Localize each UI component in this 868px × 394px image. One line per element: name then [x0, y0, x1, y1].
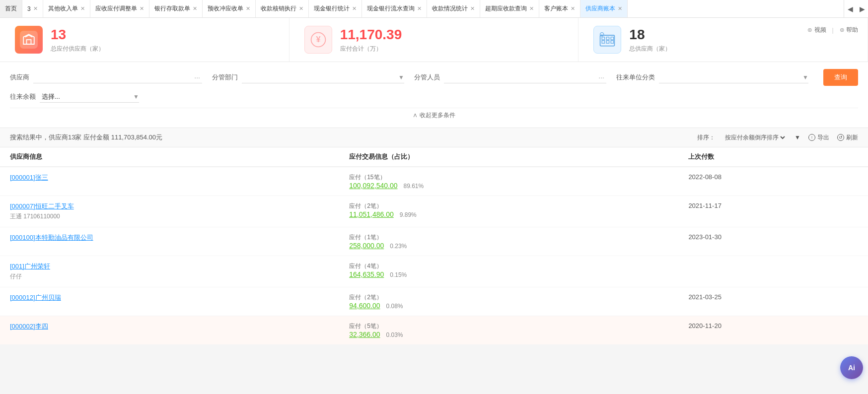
nav-ar-ap-adjust[interactable]: 应收应付调整单 ✕	[90, 0, 149, 17]
close-other-income[interactable]: ✕	[80, 6, 85, 11]
table-row: [000012]广州贝瑞应付（2笔）94,600.000.08%2021-03-…	[0, 287, 868, 316]
stat-icon-amount: ¥	[304, 26, 332, 54]
category-select[interactable]	[659, 71, 802, 83]
total-payable-suppliers-label: 总应付供应商（家）	[51, 45, 104, 53]
balance-select[interactable]: 选择...	[40, 91, 133, 102]
table-rows: [000001]张三应付（15笔）100,092,540.0089.61%202…	[0, 167, 868, 345]
tx-amount[interactable]: 11,051,486.00	[349, 210, 394, 218]
nav-arrows: ◀ ▶	[844, 0, 868, 17]
nav-supplier-ledger[interactable]: 供应商账本 ✕	[580, 0, 628, 17]
table-row: [000007]恒旺二手叉车王通 17106110000应付（2笔）11,051…	[0, 196, 868, 227]
tx-amount[interactable]: 100,092,540.00	[349, 182, 397, 190]
stat-payable-amount: ¥ 11,170.39 应付合计（万）	[289, 18, 579, 62]
help-link[interactable]: ⊙ 帮助	[840, 26, 858, 34]
supplier-input[interactable]	[33, 71, 192, 83]
nav-bank-deposit[interactable]: 银行存取款单 ✕	[149, 0, 203, 17]
nav-tab3[interactable]: 3 ✕	[22, 0, 43, 17]
refresh-button[interactable]: ↺ 刷新	[837, 133, 858, 142]
tx-label: 应付（4笔）	[349, 262, 688, 270]
balance-select-wrapper: 选择... ▼	[40, 91, 139, 103]
close-prepay-charge[interactable]: ✕	[246, 6, 250, 11]
tx-label: 应付（15笔）	[349, 173, 688, 182]
query-button[interactable]: 查询	[823, 69, 858, 86]
supplier-link[interactable]: [000012]广州贝瑞	[10, 294, 61, 301]
close-customer-ledger[interactable]: ✕	[571, 6, 575, 11]
tx-percent: 0.03%	[386, 331, 403, 338]
sort-select[interactable]: 按应付余额倒序排序	[723, 133, 787, 141]
nav-receipt-verify[interactable]: 收款核销执行 ✕	[256, 0, 309, 17]
tx-amount[interactable]: 94,600.00	[349, 302, 380, 310]
supplier-info: [001]广州荣轩仔仔	[10, 262, 349, 281]
supplier-link[interactable]: [000001]张三	[10, 174, 48, 181]
close-tab3[interactable]: ✕	[33, 6, 38, 11]
tx-label: 应付（2笔）	[349, 293, 688, 302]
tx-percent: 89.61%	[404, 183, 424, 190]
supplier-link[interactable]: [000100]本特勤油品有限公司	[10, 234, 93, 241]
nav-other-income[interactable]: 其他收入单 ✕	[43, 0, 90, 17]
nav-next-arrow[interactable]: ▶	[856, 0, 868, 17]
supplier-ellipsis-icon[interactable]: ···	[192, 73, 202, 81]
transaction-info: 应付（5笔）32,366.000.03%	[349, 322, 688, 338]
close-cash-bank-stat[interactable]: ✕	[352, 6, 357, 11]
nav-receipt-stat[interactable]: 收款情况统计 ✕	[427, 0, 480, 17]
tx-percent: 0.23%	[390, 243, 407, 250]
transaction-info: 应付（2笔）11,051,486.009.89%	[349, 202, 688, 218]
nav-customer-ledger[interactable]: 客户账本 ✕	[539, 0, 580, 17]
close-receipt-verify[interactable]: ✕	[299, 6, 303, 11]
last-payment-date: 2020-11-20	[688, 322, 858, 329]
nav-cash-bank-stat[interactable]: 现金银行统计 ✕	[309, 0, 362, 17]
supplier-link[interactable]: [001]广州荣轩	[10, 263, 50, 270]
tx-amount[interactable]: 32,366.00	[349, 330, 380, 338]
person-input[interactable]	[444, 71, 596, 83]
svg-rect-6	[602, 41, 605, 43]
close-bank-deposit[interactable]: ✕	[193, 6, 197, 11]
nav-overdue-query[interactable]: 超期应收款查询 ✕	[480, 0, 539, 17]
stat-icon-total-suppliers	[593, 26, 621, 54]
filter-supplier: 供应商 ···	[10, 71, 202, 83]
total-payable-amount-label: 应付合计（万）	[340, 45, 402, 53]
top-navigation: 首页 3 ✕ 其他收入单 ✕ 应收应付调整单 ✕ 银行存取款单 ✕ 预收冲应收单…	[0, 0, 868, 18]
svg-rect-9	[611, 37, 614, 40]
supplier-link[interactable]: [000002]李四	[10, 323, 48, 330]
export-button[interactable]: ↑ 导出	[808, 133, 829, 142]
header-stats: 13 总应付供应商（家） ¥ 11,170.39 应付合计（万）	[0, 18, 868, 62]
supplier-link[interactable]: [000007]恒旺二手叉车	[10, 202, 74, 210]
stat-payable-suppliers: 13 总应付供应商（家）	[0, 18, 289, 62]
balance-arrow-icon: ▼	[133, 93, 139, 100]
nav-prepay-charge[interactable]: 预收冲应收单 ✕	[203, 0, 256, 17]
transaction-info: 应付（2笔）94,600.000.08%	[349, 293, 688, 310]
close-overdue-query[interactable]: ✕	[529, 6, 534, 11]
col-header-transaction: 应付交易信息（占比）	[349, 152, 688, 161]
transaction-info: 应付（4笔）164,635.900.15%	[349, 262, 688, 278]
table-header: 供应商信息 应付交易信息（占比） 上次付数	[0, 147, 868, 167]
tx-amount[interactable]: 258,000.00	[349, 242, 384, 250]
total-suppliers-label: 总供应商（家）	[629, 45, 671, 53]
collapse-bar[interactable]: ∧ 收起更多条件	[10, 108, 858, 123]
sort-label: 排序：	[697, 133, 715, 142]
stat-info-suppliers: 13 总应付供应商（家）	[51, 26, 104, 54]
tx-percent: 0.08%	[386, 303, 403, 310]
tx-amount[interactable]: 164,635.90	[349, 270, 384, 278]
export-icon: ↑	[808, 134, 815, 141]
video-link[interactable]: ⊙ 视频	[807, 26, 826, 34]
supplier-input-wrapper: ···	[33, 71, 202, 83]
supplier-info: [000007]恒旺二手叉车王通 17106110000	[10, 202, 349, 221]
table-container: 供应商信息 应付交易信息（占比） 上次付数 [000001]张三应付（15笔）1…	[0, 147, 868, 345]
svg-rect-5	[602, 37, 605, 40]
stat-info-total-suppliers: 18 总供应商（家）	[629, 26, 671, 54]
refresh-icon: ↺	[837, 134, 844, 141]
filter-person: 分管人员 ···	[414, 71, 606, 83]
table-row: [000001]张三应付（15笔）100,092,540.0089.61%202…	[0, 167, 868, 196]
filter-row-1: 供应商 ··· 分管部门 ▼ 分管人员 ···	[10, 69, 858, 86]
close-supplier-ledger[interactable]: ✕	[618, 6, 622, 11]
close-cash-bank-flow[interactable]: ✕	[417, 6, 422, 11]
nav-home[interactable]: 首页	[0, 0, 22, 17]
dept-select[interactable]	[242, 71, 398, 83]
tx-percent: 9.89%	[400, 211, 417, 218]
transaction-info: 应付（15笔）100,092,540.0089.61%	[349, 173, 688, 190]
close-ar-ap-adjust[interactable]: ✕	[140, 6, 144, 11]
nav-prev-arrow[interactable]: ◀	[844, 0, 856, 17]
close-receipt-stat[interactable]: ✕	[470, 6, 475, 11]
person-ellipsis-icon[interactable]: ···	[596, 73, 606, 81]
nav-cash-bank-flow[interactable]: 现金银行流水查询 ✕	[362, 0, 427, 17]
